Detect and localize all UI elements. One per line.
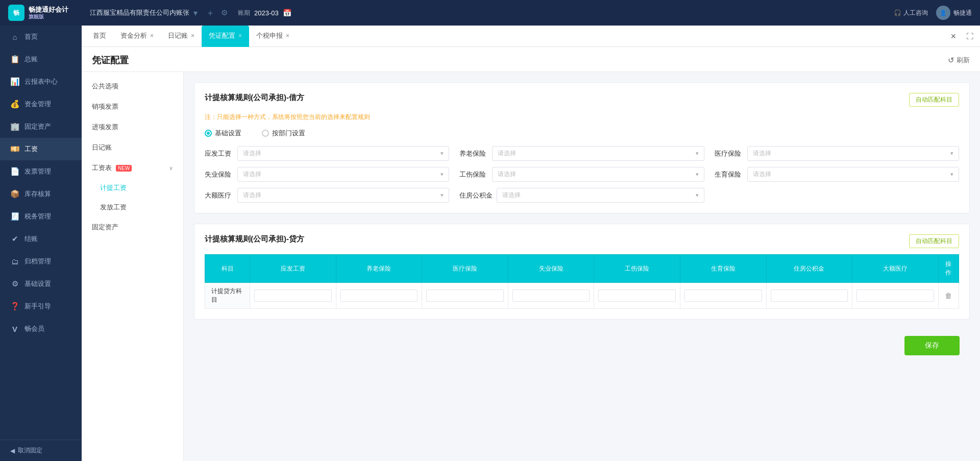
sidebar-item-close[interactable]: ✔ 结账	[0, 228, 82, 250]
sidebar-item-archive[interactable]: 🗂 归档管理	[0, 250, 82, 273]
select-pension[interactable]: 请选择 ▾	[492, 146, 704, 161]
input-unemployment[interactable]	[512, 289, 590, 302]
tax-icon: 🧾	[10, 212, 19, 221]
sidebar-item-tax[interactable]: 🧾 税务管理	[0, 205, 82, 228]
delete-row-button[interactable]: 🗑	[945, 292, 952, 300]
th-maternity: 生育保险	[680, 255, 767, 283]
form-item-unemployment: 失业保险 请选择 ▾	[205, 167, 449, 182]
td-base-salary[interactable]	[250, 283, 336, 309]
select-base-salary[interactable]: 请选择 ▾	[237, 146, 449, 161]
tab-tax-report[interactable]: 个税申报 ×	[249, 26, 297, 47]
tab-funds-analysis[interactable]: 资金分析 ×	[113, 26, 161, 47]
company-dropdown-icon[interactable]: ▾	[193, 8, 198, 18]
tab-tax-close[interactable]: ×	[286, 32, 289, 39]
input-pension[interactable]	[340, 289, 418, 302]
input-injury[interactable]	[598, 289, 676, 302]
cancel-fixed-label: 取消固定	[18, 446, 42, 455]
td-operation[interactable]: 🗑	[938, 283, 959, 309]
td-unemployment[interactable]	[508, 283, 594, 309]
radio-basic-setup[interactable]: 基础设置	[205, 129, 241, 138]
select-unemployment[interactable]: 请选择 ▾	[237, 167, 449, 182]
pin-icon: ◀	[10, 447, 15, 454]
page-title: 凭证配置	[92, 54, 129, 66]
sidebar-item-guide[interactable]: ❓ 新手引导	[0, 295, 82, 318]
input-base-salary[interactable]	[254, 289, 332, 302]
left-nav-accrual-salary[interactable]: 计提工资	[82, 178, 183, 198]
left-nav-public[interactable]: 公共选项	[82, 76, 183, 96]
tab-journal[interactable]: 日记账 ×	[161, 26, 202, 47]
sidebar-item-home[interactable]: ⌂ 首页	[0, 26, 82, 48]
select-unemployment-arrow: ▾	[440, 171, 444, 178]
tab-journal-close[interactable]: ×	[191, 32, 194, 39]
sidebar-item-settings[interactable]: ⚙ 基础设置	[0, 273, 82, 295]
left-nav-pay-label: 发放工资	[100, 203, 127, 211]
sidebar-label-assets: 固定资产	[24, 122, 51, 131]
label-medical: 医疗保险	[715, 149, 743, 158]
tab-voucher-config[interactable]: 凭证配置 ×	[202, 26, 249, 47]
left-nav-salary-table[interactable]: 工资表 NEW ∨	[82, 158, 183, 178]
th-operation: 操作	[938, 255, 959, 283]
sidebar-item-member[interactable]: V 畅会员	[0, 318, 82, 340]
select-large-medical[interactable]: 请选择 ▾	[237, 188, 449, 203]
user-label: 畅捷通	[953, 9, 972, 17]
label-housing-fund: 住房公积金	[459, 191, 493, 200]
form-item-injury: 工伤保险 请选择 ▾	[459, 167, 704, 182]
left-nav-fixed-assets[interactable]: 固定资产	[82, 217, 183, 237]
tab-close-btn[interactable]: ✕	[947, 30, 960, 42]
left-nav-purchase-label: 进项发票	[92, 123, 118, 132]
tab-voucher-label: 凭证配置	[209, 31, 235, 40]
th-large-medical: 大额医疗	[852, 255, 939, 283]
td-large-medical[interactable]	[852, 283, 939, 309]
input-maternity[interactable]	[684, 289, 762, 302]
td-housing-fund[interactable]	[766, 283, 852, 309]
calendar-icon[interactable]: 📅	[283, 9, 291, 17]
sidebar-item-ledger[interactable]: 📋 总账	[0, 48, 82, 70]
sidebar-item-funds[interactable]: 💰 资金管理	[0, 93, 82, 115]
left-nav-purchase-invoice[interactable]: 进项发票	[82, 117, 183, 137]
select-maternity[interactable]: 请选择 ▾	[747, 167, 959, 182]
td-injury[interactable]	[594, 283, 680, 309]
sidebar-item-salary[interactable]: 💴 工资	[0, 138, 82, 160]
select-medical[interactable]: 请选择 ▾	[747, 146, 959, 161]
left-nav-sales-invoice[interactable]: 销项发票	[82, 96, 183, 117]
sidebar-item-reports[interactable]: 📊 云报表中心	[0, 70, 82, 93]
credit-auto-match-button[interactable]: 自动匹配科目	[909, 234, 959, 248]
settings-icon[interactable]: ⚙	[221, 8, 228, 17]
input-housing-fund[interactable]	[771, 289, 848, 302]
select-injury[interactable]: 请选择 ▾	[492, 167, 704, 182]
td-pension[interactable]	[336, 283, 422, 309]
page-header: 凭证配置 ↺ 刷新	[82, 47, 980, 72]
debit-auto-match-button[interactable]: 自动匹配科目	[909, 93, 959, 107]
left-nav-journal[interactable]: 日记账	[82, 137, 183, 158]
td-medical[interactable]	[422, 283, 508, 309]
debit-section-note: 注：只能选择一种方式，系统将按照您当前的选择来配置规则	[205, 113, 959, 122]
headset-icon: 🎧	[894, 9, 901, 16]
tab-funds-close[interactable]: ×	[150, 32, 154, 39]
sidebar-item-inventory[interactable]: 📦 库存核算	[0, 183, 82, 205]
sidebar-label-invoice: 发票管理	[24, 167, 51, 176]
left-nav-pay-salary[interactable]: 发放工资	[82, 198, 183, 217]
tab-home[interactable]: 首页	[86, 26, 113, 47]
sidebar-item-assets[interactable]: 🏢 固定资产	[0, 115, 82, 138]
input-large-medical[interactable]	[856, 289, 934, 302]
td-maternity[interactable]	[680, 283, 767, 309]
refresh-button[interactable]: ↺ 刷新	[948, 56, 970, 65]
th-housing-fund: 住房公积金	[766, 255, 852, 283]
user-info[interactable]: 👤 畅捷通	[936, 6, 972, 20]
select-large-medical-placeholder: 请选择	[243, 191, 261, 200]
form-item-maternity: 生育保险 请选择 ▾	[715, 167, 959, 182]
input-medical[interactable]	[426, 289, 504, 302]
th-medical: 医疗保险	[422, 255, 508, 283]
select-housing-fund[interactable]: 请选择 ▾	[497, 188, 704, 203]
home-icon: ⌂	[10, 33, 19, 41]
sidebar-item-invoice[interactable]: 📄 发票管理	[0, 160, 82, 183]
tab-expand-btn[interactable]: ⛶	[964, 30, 976, 42]
debit-form-grid: 应发工资 请选择 ▾ 养老保险 请选择 ▾	[205, 146, 959, 203]
cancel-fixed-button[interactable]: ◀ 取消固定	[0, 440, 82, 461]
service-button[interactable]: 🎧 人工咨询	[894, 9, 928, 17]
add-icon[interactable]: ＋	[206, 7, 215, 19]
tab-voucher-close[interactable]: ×	[238, 32, 242, 39]
save-button[interactable]: 保存	[904, 336, 960, 355]
select-medical-arrow: ▾	[950, 150, 953, 157]
radio-dept-setup[interactable]: 按部门设置	[262, 129, 305, 138]
